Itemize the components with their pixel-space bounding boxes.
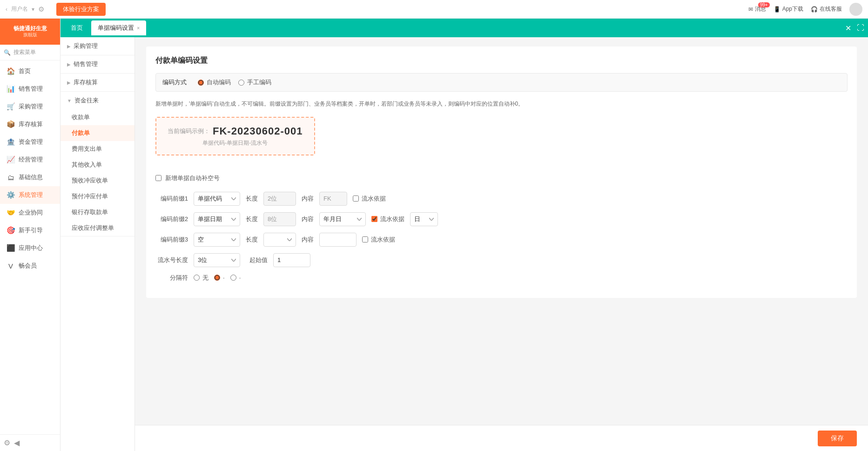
- auto-code-radio[interactable]: [198, 80, 204, 86]
- prefix3-serial-label[interactable]: 流水依据: [362, 236, 395, 244]
- prefix2-content-select[interactable]: 年月日: [319, 212, 366, 226]
- manual-code-radio[interactable]: [238, 80, 244, 86]
- submenu-other-income[interactable]: 其他收入单: [61, 157, 135, 173]
- sidebar-item-purchase[interactable]: 🛒 采购管理: [0, 98, 60, 115]
- message-area[interactable]: ✉ 消息 99+: [748, 5, 766, 13]
- maximize-icon[interactable]: ⛶: [857, 24, 864, 33]
- sidebar-item-vip[interactable]: V 畅会员: [0, 257, 60, 275]
- submenu-advance-receivable[interactable]: 预收冲应收单: [61, 173, 135, 188]
- nav-back-icon[interactable]: ‹: [6, 6, 7, 13]
- prefix1-length-label: 长度: [246, 195, 258, 203]
- submenu-expense[interactable]: 费用支出单: [61, 141, 135, 157]
- prefix2-serial-unit-select[interactable]: 日 月 年: [410, 212, 438, 226]
- submenu-bank-deposit[interactable]: 银行存取款单: [61, 204, 135, 220]
- submenu-payment[interactable]: 付款单: [61, 125, 135, 141]
- app-download-area[interactable]: 📱 App下载: [774, 5, 803, 13]
- example-header: 当前编码示例： FK-20230602-001: [168, 125, 303, 137]
- menu-group-capital-header[interactable]: ▼ 资金往来: [61, 92, 135, 109]
- sidebar-item-basic[interactable]: 🗂 基础信息: [0, 168, 60, 186]
- menu-group-purchase-header[interactable]: ▶ 采购管理: [61, 37, 135, 55]
- example-box: 当前编码示例： FK-20230602-001 单据代码-单据日期-流水号: [155, 117, 315, 155]
- prefix1-select[interactable]: 单据代码: [194, 192, 240, 206]
- prefix2-select[interactable]: 单据日期: [194, 212, 240, 226]
- close-window-icon[interactable]: ✕: [845, 24, 851, 33]
- purchase-group-label: 采购管理: [74, 42, 98, 50]
- coding-method-label: 编码方式: [162, 78, 187, 87]
- sep-dot1-text: ·: [223, 274, 225, 281]
- sep-none-label[interactable]: 无: [194, 274, 209, 282]
- tab-close-icon[interactable]: ×: [137, 25, 140, 31]
- page-title: 付款单编码设置: [155, 56, 848, 66]
- sep-dot1-radio[interactable]: [214, 275, 220, 281]
- sidebar-search[interactable]: 🔍 搜索菜单: [0, 45, 60, 61]
- sidebar-item-enterprise[interactable]: 🤝 企业协同: [0, 204, 60, 222]
- sidebar-item-operation[interactable]: 📈 经营管理: [0, 151, 60, 168]
- message-icon: ✉: [748, 6, 753, 13]
- panel-inner: 付款单编码设置 编码方式 自动编码 手工编码: [135, 37, 868, 425]
- sep-dot2-text: ·: [239, 274, 241, 281]
- auto-code-label[interactable]: 自动编码: [198, 78, 231, 87]
- settings-card: 付款单编码设置 编码方式 自动编码 手工编码: [146, 47, 857, 298]
- example-label: 当前编码示例：: [168, 127, 210, 135]
- submenu-receipt[interactable]: 收款单: [61, 109, 135, 125]
- sidebar-item-newguide[interactable]: 🎯 新手引导: [0, 222, 60, 239]
- sep-dot2-label[interactable]: ·: [230, 274, 241, 281]
- menu-group-purchase: ▶ 采购管理: [61, 37, 135, 55]
- prefix1-serial-checkbox[interactable]: [353, 195, 359, 202]
- sep-dot1-label[interactable]: ·: [214, 274, 225, 281]
- save-button[interactable]: 保存: [818, 431, 857, 446]
- prefix2-serial-checkbox[interactable]: [371, 216, 377, 222]
- serial-length-select[interactable]: 3位 4位 5位: [194, 253, 240, 267]
- sidebar-item-label: 经营管理: [19, 155, 43, 164]
- prefix3-serial-checkbox[interactable]: [362, 236, 368, 242]
- app-logo: 畅捷通好生意 旗舰版: [0, 19, 60, 45]
- tab-active[interactable]: 单据编码设置 ×: [91, 20, 146, 35]
- sep-none-radio[interactable]: [194, 275, 200, 281]
- left-sidebar: 畅捷通好生意 旗舰版 🔍 搜索菜单 🏠 首页 📊 销售管理 🛒 采购管理 📦 库…: [0, 19, 61, 451]
- start-value-input[interactable]: [273, 253, 310, 267]
- sidebar-item-label: 应用中心: [19, 244, 43, 252]
- menu-group-sales-header[interactable]: ▶ 销售管理: [61, 55, 135, 73]
- manual-code-label[interactable]: 手工编码: [238, 78, 271, 87]
- sidebar-item-system[interactable]: ⚙️ 系统管理: [0, 186, 60, 204]
- experience-btn-wrap: 体验行业方案: [56, 3, 106, 16]
- avatar[interactable]: [849, 3, 862, 16]
- auto-fill-label[interactable]: 新增单据自动补空号: [165, 174, 220, 182]
- top-bar-left: ‹ 用户名 ▾ ⚙: [6, 5, 44, 13]
- experience-button[interactable]: 体验行业方案: [56, 3, 106, 16]
- sidebar-item-inventory[interactable]: 📦 库存核算: [0, 115, 60, 133]
- prefix3-content-input[interactable]: [319, 233, 357, 247]
- submenu-ap-adjustment[interactable]: 应收应付调整单: [61, 220, 135, 236]
- sidebar-item-sales[interactable]: 📊 销售管理: [0, 80, 60, 98]
- search-icon: 🔍: [4, 49, 11, 56]
- sidebar-item-label: 库存核算: [19, 120, 43, 128]
- sidebar-item-home[interactable]: 🏠 首页: [0, 62, 60, 80]
- auto-fill-checkbox[interactable]: [155, 175, 161, 181]
- prefix3-length-select[interactable]: [263, 233, 296, 247]
- settings-footer-icon[interactable]: ⚙: [4, 438, 10, 447]
- home-icon: 🏠: [7, 67, 15, 75]
- prefix2-serial-label[interactable]: 流水依据: [371, 215, 404, 223]
- tab-home-label: 首页: [71, 24, 83, 32]
- online-service-area[interactable]: 🎧 在线客服: [811, 5, 842, 13]
- prefix-row-3: 编码前缀3 空 长度 内容 流水: [155, 233, 848, 247]
- sidebar-item-appcenter[interactable]: ⬛ 应用中心: [0, 239, 60, 257]
- menu-group-inventory-header[interactable]: ▶ 库存核算: [61, 74, 135, 91]
- dropdown-arrow-icon[interactable]: ▾: [32, 6, 34, 13]
- settings-icon[interactable]: ⚙: [38, 5, 44, 13]
- sidebar-item-finance[interactable]: 🏦 资金管理: [0, 133, 60, 151]
- tab-home[interactable]: 首页: [64, 20, 89, 35]
- sidebar-footer: ⚙ ◀: [0, 434, 60, 451]
- separator-label: 分隔符: [155, 274, 188, 282]
- collapse-icon[interactable]: ◀: [14, 438, 20, 447]
- prefix3-length-label: 长度: [246, 236, 258, 244]
- prefix3-select[interactable]: 空: [194, 233, 240, 247]
- prefix1-serial-text: 流水依据: [362, 195, 386, 203]
- enterprise-icon: 🤝: [7, 209, 15, 217]
- sidebar-item-label: 采购管理: [19, 102, 43, 111]
- system-icon: ⚙️: [7, 191, 15, 199]
- prefix1-serial-label[interactable]: 流水依据: [353, 195, 386, 203]
- submenu-advance-payable[interactable]: 预付冲应付单: [61, 188, 135, 204]
- right-panel: 付款单编码设置 编码方式 自动编码 手工编码: [135, 37, 868, 451]
- sep-dot2-radio[interactable]: [230, 275, 236, 281]
